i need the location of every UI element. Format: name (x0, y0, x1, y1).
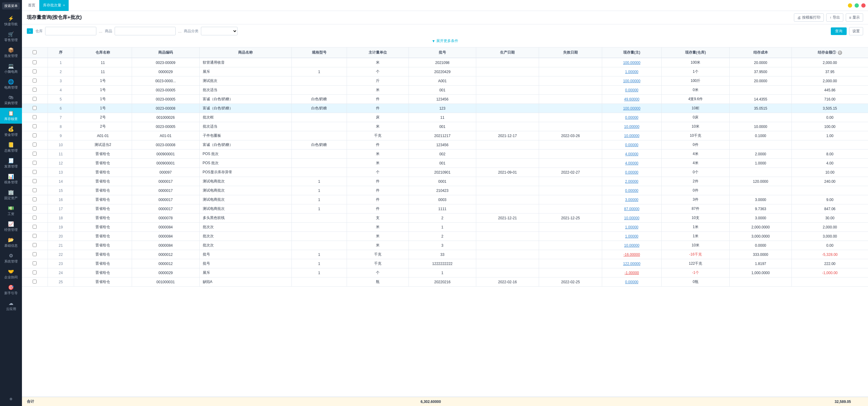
row-checkbox[interactable] (33, 234, 37, 238)
qty-main-cell[interactable]: 0.00000 (602, 168, 661, 177)
row-checkbox[interactable] (33, 206, 37, 210)
qty-main-cell[interactable]: 0.00000 (602, 140, 661, 149)
qty-main-cell[interactable]: 100.00000 (602, 104, 661, 113)
fixed-assets-icon: 🏢 (1, 190, 21, 195)
row-checkbox[interactable] (33, 106, 37, 110)
sidebar-item-quick-nav[interactable]: ⚡ 快捷导航 (0, 13, 22, 29)
sidebar-item-salary[interactable]: 💵 工资 (0, 203, 22, 219)
qty-main-cell[interactable]: 10.00000 (602, 122, 661, 131)
footer-total-amount: 32,589.05 (835, 400, 851, 404)
sidebar-item-operations[interactable]: 📈 经营管理 (0, 219, 22, 235)
finance-icon: 💰 (1, 126, 21, 132)
sidebar-item-new-guide[interactable]: 🎯 新手引导 (0, 282, 22, 298)
sidebar-item-inventory[interactable]: 📋 库存核查 (0, 108, 22, 124)
qty-main-cell[interactable]: 87.00000 (602, 204, 661, 213)
qty-main-cell[interactable]: 1.00000 (602, 67, 661, 76)
row-checkbox[interactable] (33, 69, 37, 73)
row-checkbox[interactable] (33, 216, 37, 219)
sidebar-item-base-info[interactable]: 📂 基础信息 (0, 235, 22, 250)
search-button[interactable]: 查询 (831, 27, 847, 35)
row-checkbox[interactable] (33, 270, 37, 274)
tab-close-button[interactable]: × (63, 4, 65, 7)
sidebar-item-ecommerce[interactable]: 🌐 电商管理 (0, 76, 22, 92)
sidebar-item-finance[interactable]: 💰 资金管理 (0, 124, 22, 139)
qty-main-cell[interactable]: -16.00000 (602, 250, 661, 259)
tab-home[interactable]: 首页 (24, 0, 39, 11)
row-checkbox[interactable] (33, 60, 37, 64)
filter-row-main: › 仓库 ... 商品 ... 商品分类 查询 设置 (27, 27, 863, 35)
row-checkbox[interactable] (33, 197, 37, 201)
qty-main-cell[interactable]: 100.00000 (602, 76, 661, 86)
row-checkbox[interactable] (33, 161, 37, 165)
filter-expand-arrow[interactable]: › (27, 28, 33, 34)
row-checkbox[interactable] (33, 78, 37, 82)
qty-main-cell[interactable]: 1.00000 (602, 232, 661, 241)
row-checkbox[interactable] (33, 124, 37, 128)
qty-main-cell[interactable]: 122.00000 (602, 259, 661, 268)
sidebar-logo[interactable]: 搜索菜单 (2, 2, 20, 9)
sidebar-item-sys-manage[interactable]: ⚙ 系统管理 (0, 250, 22, 266)
row-checkbox[interactable] (33, 88, 37, 92)
row-checkbox[interactable] (33, 133, 37, 137)
row-checkbox[interactable] (33, 243, 37, 247)
sidebar-item-mini-shop[interactable]: 💻 小脑电商 (0, 61, 22, 76)
qty-main-cell[interactable]: 10.00000 (602, 241, 661, 250)
qty-main-cell[interactable]: -1.00000 (602, 268, 661, 277)
qty-main-cell[interactable]: 0.00000 (602, 113, 661, 122)
qty-main-cell[interactable]: 4.00000 (602, 159, 661, 168)
category-filter-select[interactable] (201, 27, 238, 35)
sidebar-item-tax[interactable]: 📊 税务管理 (0, 171, 22, 187)
sidebar-settings[interactable]: ⚙ (0, 395, 22, 404)
col-unit: 主计量单位 (347, 47, 409, 58)
qty-main-cell[interactable]: 4.00000 (602, 149, 661, 159)
qty-main-cell[interactable]: 0.00000 (602, 186, 661, 195)
qty-main-cell[interactable]: 0.00000 (602, 277, 661, 286)
display-button[interactable]: ≡ 显示 (846, 13, 863, 22)
sidebar-item-invoice[interactable]: 🧾 发票管理 (0, 155, 22, 171)
qty-main-cell[interactable]: 3.00000 (602, 195, 661, 204)
table-row: 24 晋省给仓 0000029 展斥 1 个 1 -1.00000 -1个 1,… (22, 268, 868, 277)
export-button[interactable]: ↑ 导出 (826, 13, 843, 22)
qty-main-cell[interactable]: 10.00000 (602, 131, 661, 140)
select-all-checkbox[interactable] (33, 50, 37, 54)
row-checkbox[interactable] (33, 188, 37, 192)
sidebar-item-fixed-assets[interactable]: 🏢 固定资产 (0, 187, 22, 203)
ecommerce-icon: 🌐 (1, 79, 21, 85)
expand-more-conditions-button[interactable]: ▼ 展开更多条件 (432, 38, 458, 43)
close-button[interactable] (861, 3, 866, 8)
qty-main-cell[interactable]: 10.00000 (602, 213, 661, 223)
sidebar-item-general-ledger[interactable]: 📒 总账管理 (0, 139, 22, 155)
row-checkbox[interactable] (33, 170, 37, 174)
row-checkbox[interactable] (33, 225, 37, 229)
row-checkbox[interactable] (33, 179, 37, 183)
maximize-button[interactable] (855, 3, 859, 8)
tab-inventory-batch[interactable]: 库存批次量 × (39, 0, 69, 11)
qty-main-cell[interactable]: 100.00000 (602, 58, 661, 67)
settings-icon: ⚙ (9, 397, 12, 401)
row-checkbox[interactable] (33, 152, 37, 156)
row-checkbox[interactable] (33, 252, 37, 256)
row-checkbox[interactable] (33, 142, 37, 146)
qty-main-cell[interactable]: 0.00000 (602, 86, 661, 95)
sidebar-item-retail[interactable]: 🛒 零售管理 (0, 29, 22, 45)
qty-main-cell[interactable]: 49.60000 (602, 95, 661, 104)
warehouse-filter-input[interactable] (45, 27, 96, 35)
sidebar-item-enterprise[interactable]: 🤝 企业协同 (0, 266, 22, 282)
product-filter-input[interactable] (115, 27, 176, 35)
sidebar-item-cloud-app[interactable]: ☁ 云应用 (0, 298, 22, 314)
minimize-button[interactable] (848, 3, 852, 8)
row-checkbox[interactable] (33, 280, 37, 283)
qty-main-cell[interactable]: 1.00000 (602, 223, 661, 232)
total-cost-info-icon[interactable]: ① (838, 50, 842, 55)
settings-button[interactable]: 设置 (849, 27, 863, 35)
table-row: 10 测试适当2 0023-00008 富诚（白色/奶糖） 白色/奶糖 件 12… (22, 140, 868, 149)
table-container: 序 仓库名称 商品编码 商品名称 规格型号 主计量单位 批号 生产日期 失效日期… (22, 47, 868, 397)
sidebar-item-purchase[interactable]: 🛍 采购管理 (0, 92, 22, 108)
row-checkbox[interactable] (33, 261, 37, 265)
header-actions: 🖨 按模板打印 ↑ 导出 ≡ 显示 (794, 13, 863, 22)
row-checkbox[interactable] (33, 115, 37, 119)
print-button[interactable]: 🖨 按模板打印 (794, 13, 824, 22)
qty-main-cell[interactable]: 2.00000 (602, 177, 661, 186)
sidebar-item-wholesale[interactable]: 📦 批发管理 (0, 45, 22, 61)
row-checkbox[interactable] (33, 97, 37, 101)
